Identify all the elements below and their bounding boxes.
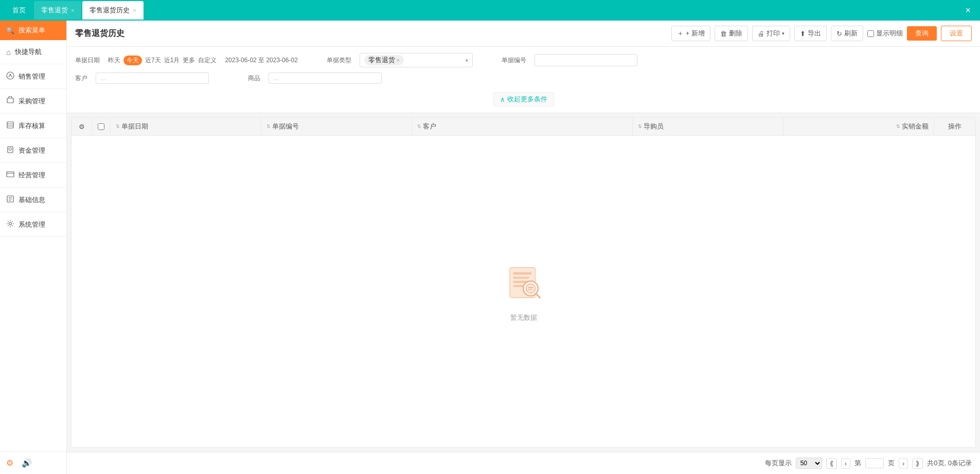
- svg-rect-1: [7, 98, 13, 103]
- settings-gear-icon[interactable]: ⚙: [6, 458, 13, 468]
- sidebar-label-operation: 经营管理: [19, 171, 45, 180]
- filter-area: 单据日期 昨天 今天 近7天 近1月 更多 自定义 2023-06-02 至 2…: [67, 47, 980, 113]
- svg-line-21: [536, 294, 540, 298]
- th-guide-label: 导购员: [644, 122, 664, 131]
- print-button[interactable]: 🖨 打印 ▾: [752, 26, 790, 41]
- purchase-icon: [6, 96, 14, 106]
- sidebar-bottom: ⚙ 🔊: [0, 451, 66, 474]
- tab-bar: 首页 零售退货 × 零售退货历史 ×: [5, 1, 961, 20]
- search-icon: 🔍: [6, 27, 14, 34]
- volume-icon[interactable]: 🔊: [22, 458, 32, 468]
- date-opt-last7[interactable]: 近7天: [145, 56, 161, 65]
- date-opt-today[interactable]: 今天: [123, 56, 142, 65]
- svg-rect-17: [513, 281, 527, 283]
- top-close-button[interactable]: ×: [961, 5, 975, 16]
- sort-guide-icon[interactable]: ⇅: [638, 124, 642, 129]
- empty-state: 暂无数据: [72, 136, 975, 447]
- delete-button[interactable]: 🗑 删除: [715, 26, 748, 41]
- th-order-no: ⇅ 单据编号: [261, 118, 412, 135]
- table-header: ⚙ ⇅ 单据日期 ⇅ 单据编号 ⇅ 客户 ⇅: [72, 118, 975, 136]
- date-range: 2023-06-02 至 2023-06-02: [225, 56, 297, 65]
- filter-row-2: 客户 ... 商品 ...: [75, 72, 972, 84]
- first-page-button[interactable]: ⟪: [826, 458, 837, 469]
- svg-point-20: [526, 284, 535, 293]
- new-button[interactable]: ＋ + 新增: [671, 26, 710, 41]
- customer-placeholder: ...: [100, 75, 105, 82]
- page-title: 零售退货历史: [75, 28, 124, 39]
- date-opt-yesterday[interactable]: 昨天: [108, 56, 120, 65]
- page-input[interactable]: 1: [865, 458, 884, 468]
- sidebar-item-inventory[interactable]: 库存核算: [0, 114, 66, 138]
- home-icon: ⌂: [6, 48, 11, 57]
- th-check[interactable]: [92, 119, 111, 134]
- collapse-button[interactable]: ∧ 收起更多条件: [493, 92, 554, 106]
- type-tag-close[interactable]: ×: [397, 58, 400, 63]
- print-arrow-icon: ▾: [782, 31, 785, 36]
- sidebar-label-sales: 销售管理: [19, 72, 45, 81]
- per-page-select[interactable]: 50 10 20 100: [796, 458, 822, 469]
- filter-row-1: 单据日期 昨天 今天 近7天 近1月 更多 自定义 2023-06-02 至 2…: [75, 53, 972, 67]
- show-detail-text: 显示明细: [876, 29, 903, 38]
- table-container: ⚙ ⇅ 单据日期 ⇅ 单据编号 ⇅ 客户 ⇅: [71, 117, 976, 448]
- sidebar-label-system: 系统管理: [19, 220, 45, 229]
- product-select[interactable]: ...: [269, 72, 382, 84]
- type-select[interactable]: 零售退货 × ▾: [360, 53, 473, 67]
- sidebar-label-basic-info: 基础信息: [19, 195, 45, 205]
- sidebar-item-finance[interactable]: 资金管理: [0, 138, 66, 163]
- per-page-label: 每页显示: [765, 459, 792, 468]
- th-orderno-label: 单据编号: [272, 122, 299, 131]
- product-select-content: ...: [273, 75, 377, 82]
- new-icon: ＋: [677, 29, 684, 38]
- tab-retail-return-history[interactable]: 零售退货历史 ×: [82, 1, 143, 20]
- query-button[interactable]: 查询: [907, 26, 937, 41]
- page-header: 零售退货历史 ＋ + 新增 🗑 删除 🖨 打印 ▾ ⬆ 导出: [67, 21, 980, 47]
- sidebar-item-quick-nav[interactable]: ⌂ 快捷导航: [0, 40, 66, 64]
- tab-retail-return-close[interactable]: ×: [71, 7, 74, 13]
- search-menu-label: 搜索菜单: [19, 26, 45, 35]
- setting-button[interactable]: 设置: [941, 26, 972, 41]
- search-menu[interactable]: 🔍 搜索菜单: [0, 21, 66, 40]
- type-tag: 零售退货 ×: [364, 55, 404, 65]
- new-label: + 新增: [686, 29, 705, 38]
- product-label: 商品: [248, 74, 260, 83]
- sidebar-item-system[interactable]: 系统管理: [0, 212, 66, 237]
- sort-date-icon[interactable]: ⇅: [116, 124, 120, 129]
- next-page-button[interactable]: ›: [899, 458, 908, 469]
- content-area: 零售退货历史 ＋ + 新增 🗑 删除 🖨 打印 ▾ ⬆ 导出: [67, 21, 980, 474]
- refresh-button[interactable]: ↻ 刷新: [831, 26, 863, 41]
- last-page-button[interactable]: ⟫: [912, 458, 923, 469]
- delete-label: 删除: [729, 29, 742, 38]
- sort-customer-icon[interactable]: ⇅: [417, 124, 421, 129]
- th-amount-label: 实销金额: [902, 122, 929, 131]
- export-button[interactable]: ⬆ 导出: [794, 26, 827, 41]
- th-customer-label: 客户: [423, 122, 436, 131]
- order-no-input[interactable]: [534, 54, 637, 66]
- date-options: 昨天 今天 近7天 近1月 更多 自定义: [108, 56, 217, 65]
- sidebar-item-sales[interactable]: 销售管理: [0, 64, 66, 89]
- show-detail-checkbox[interactable]: [867, 30, 874, 37]
- sort-amount-icon[interactable]: ⇅: [896, 124, 900, 129]
- sidebar-item-basic-info[interactable]: 基础信息: [0, 188, 66, 212]
- tab-home[interactable]: 首页: [5, 3, 33, 18]
- date-opt-more[interactable]: 更多: [183, 56, 195, 65]
- svg-rect-7: [7, 172, 14, 177]
- svg-point-6: [9, 148, 12, 151]
- svg-rect-5: [8, 147, 13, 153]
- customer-select[interactable]: ...: [96, 72, 209, 84]
- svg-point-0: [7, 72, 14, 79]
- th-setting[interactable]: ⚙: [72, 119, 92, 135]
- prev-page-button[interactable]: ‹: [841, 458, 850, 469]
- date-opt-custom[interactable]: 自定义: [198, 56, 217, 65]
- select-all-checkbox[interactable]: [98, 123, 104, 130]
- tab-retail-return[interactable]: 零售退货 ×: [34, 1, 81, 20]
- pagination: 每页显示 50 10 20 100 ⟪ ‹ 第 1 页 › ⟫ 共0页, 0条记…: [67, 452, 980, 474]
- show-detail-label: 显示明细: [867, 29, 903, 38]
- table-setting-icon[interactable]: ⚙: [79, 123, 85, 131]
- th-ops: 操作: [934, 118, 975, 135]
- date-opt-last1m[interactable]: 近1月: [164, 56, 180, 65]
- sidebar-item-purchase[interactable]: 采购管理: [0, 89, 66, 114]
- sort-orderno-icon[interactable]: ⇅: [266, 124, 271, 129]
- finance-icon: [6, 145, 14, 155]
- sidebar-item-operation[interactable]: 经营管理: [0, 163, 66, 188]
- tab-retail-return-history-close[interactable]: ×: [133, 7, 136, 13]
